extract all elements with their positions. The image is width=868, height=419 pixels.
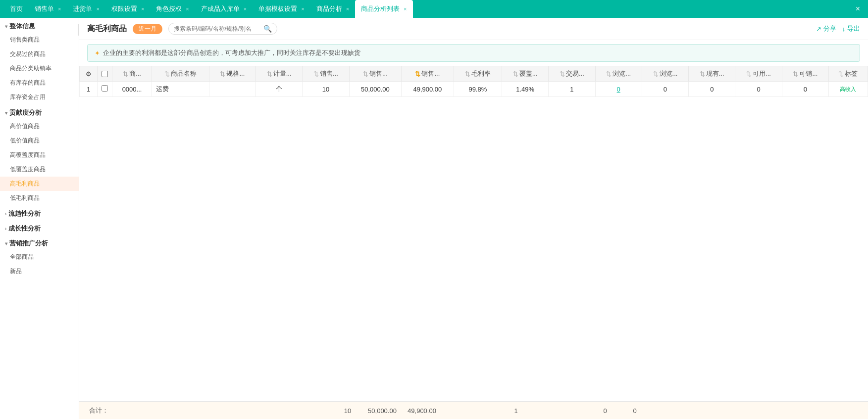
cell-coverage: 1.49% bbox=[502, 82, 549, 97]
col-header-name: ⇅ 商品名称 bbox=[152, 66, 209, 82]
search-icon[interactable]: 🔍 bbox=[263, 25, 272, 33]
nav-product-analysis[interactable]: 商品分析 × bbox=[310, 0, 355, 18]
col-header-coverage: ⇅ 覆盖... bbox=[502, 66, 549, 82]
nav-template-settings[interactable]: 单据模板设置 × bbox=[253, 0, 310, 18]
nav-purchase-order[interactable]: 进货单 × bbox=[67, 0, 105, 18]
table-row: 1 0000... 运费 个 10 50,000.00 49,900.00 99… bbox=[80, 82, 868, 97]
main-layout: « ▾ 整体信息 销售类商品 交易过的商品 商品分类助销率 有库存的商品 库存资… bbox=[0, 18, 868, 419]
col-header-available: ⇅ 可用... bbox=[735, 66, 782, 82]
nav-home[interactable]: 首页 bbox=[4, 0, 29, 18]
sidebar-group-trend[interactable]: › 流趋性分析 bbox=[0, 205, 79, 220]
col-sort-icon-current-stock[interactable]: ⇅ bbox=[700, 70, 705, 78]
cell-browse1[interactable]: 0 bbox=[595, 82, 642, 97]
sidebar-toggle[interactable]: « bbox=[78, 24, 79, 36]
sidebar-item-high-coverage[interactable]: 高覆盖度商品 bbox=[0, 148, 79, 162]
filter-recent-month-button[interactable]: 近一月 bbox=[133, 24, 162, 34]
cell-sales-amount: 50,000.00 bbox=[349, 82, 402, 97]
col-sort-icon-code[interactable]: ⇅ bbox=[123, 70, 128, 78]
sidebar-item-all-goods[interactable]: 全部商品 bbox=[0, 250, 79, 264]
table-container[interactable]: ⚙ ⇅ 商... bbox=[79, 66, 868, 401]
content-area: 高毛利商品 近一月 🔍 ↗ 分享 ↓ 导出 ✦ 企业的主要的利润都是这部分商品创… bbox=[79, 18, 868, 419]
footer-row: 合计： 10 50,000.00 49,900.00 1 0 0 bbox=[79, 401, 868, 419]
footer-label: 合计： bbox=[87, 406, 147, 415]
info-icon: ✦ bbox=[95, 49, 100, 57]
sidebar-item-high-value[interactable]: 高价值商品 bbox=[0, 119, 79, 134]
arrow-overall: ▾ bbox=[5, 24, 7, 29]
cell-trade: 1 bbox=[549, 82, 595, 97]
arrow-trend: › bbox=[5, 211, 6, 217]
nav-product-analysis-list[interactable]: 商品分析列表 × bbox=[355, 0, 412, 18]
sidebar-item-new-goods[interactable]: 新品 bbox=[0, 264, 79, 279]
share-button[interactable]: ↗ 分享 bbox=[816, 24, 836, 33]
close-sales-order[interactable]: × bbox=[58, 6, 61, 12]
cell-available: 0 bbox=[735, 82, 782, 97]
col-sort-icon-name[interactable]: ⇅ bbox=[164, 70, 170, 78]
cell-index: 1 bbox=[80, 82, 98, 97]
close-template-settings[interactable]: × bbox=[301, 6, 304, 12]
footer-empty9 bbox=[531, 407, 561, 415]
col-header-trade: ⇅ 交易... bbox=[549, 66, 595, 82]
col-sort-icon-available[interactable]: ⇅ bbox=[746, 70, 752, 78]
export-button[interactable]: ↓ 导出 bbox=[842, 24, 861, 33]
col-header-sellable: ⇅ 可销... bbox=[782, 66, 828, 82]
col-sort-icon-sales-qty[interactable]: ⇅ bbox=[313, 70, 319, 78]
footer-empty10 bbox=[561, 407, 590, 415]
nav-permission-settings[interactable]: 权限设置 × bbox=[105, 0, 150, 18]
export-icon: ↓ bbox=[842, 25, 846, 33]
close-product-analysis-list[interactable]: × bbox=[404, 6, 407, 12]
header-actions: ↗ 分享 ↓ 导出 bbox=[816, 24, 861, 33]
cell-check[interactable] bbox=[98, 82, 112, 97]
nav-sales-order[interactable]: 销售单 × bbox=[29, 0, 67, 18]
col-sort-icon-trade[interactable]: ⇅ bbox=[560, 70, 565, 78]
sidebar-item-category-sales-rate[interactable]: 商品分类助销率 bbox=[0, 61, 79, 76]
close-purchase-order[interactable]: × bbox=[96, 6, 99, 12]
nav-role-auth[interactable]: 角色授权 × bbox=[150, 0, 195, 18]
footer-empty8 bbox=[471, 407, 501, 415]
col-header-code: ⇅ 商... bbox=[112, 66, 152, 82]
col-header-check[interactable] bbox=[98, 66, 112, 82]
col-sort-icon-sales-amount[interactable]: ⇅ bbox=[363, 70, 368, 78]
search-input[interactable] bbox=[174, 25, 260, 32]
col-sort-icon-spec[interactable]: ⇅ bbox=[220, 70, 225, 78]
col-sort-icon-coverage[interactable]: ⇅ bbox=[513, 70, 518, 78]
col-sort-icon-browse2[interactable]: ⇅ bbox=[653, 70, 659, 78]
sidebar-item-traded-goods[interactable]: 交易过的商品 bbox=[0, 47, 79, 61]
select-all-checkbox[interactable] bbox=[102, 71, 108, 77]
sidebar-group-growth[interactable]: › 成长性分析 bbox=[0, 220, 79, 235]
sidebar-item-high-margin[interactable]: 高毛利商品 bbox=[0, 177, 79, 191]
col-header-sales-qty: ⇅ 销售... bbox=[303, 66, 349, 82]
cell-name: 运费 bbox=[152, 82, 209, 97]
share-icon: ↗ bbox=[816, 25, 821, 33]
col-header-current-stock: ⇅ 现有... bbox=[689, 66, 735, 82]
footer-sales-amount: 50,000.00 bbox=[362, 407, 402, 415]
row-checkbox[interactable] bbox=[102, 85, 108, 92]
close-product-inbound[interactable]: × bbox=[244, 6, 247, 12]
settings-icon[interactable]: ⚙ bbox=[86, 70, 92, 78]
sidebar-item-low-margin[interactable]: 低毛利商品 bbox=[0, 191, 79, 205]
cell-browse2: 0 bbox=[642, 82, 688, 97]
col-sort-icon-tag[interactable]: ⇅ bbox=[838, 70, 844, 78]
footer-empty3 bbox=[179, 407, 219, 415]
nav-product-inbound[interactable]: 产成品入库单 × bbox=[195, 0, 253, 18]
sidebar-group-overall[interactable]: ▾ 整体信息 bbox=[0, 18, 79, 33]
sidebar-group-marketing[interactable]: ▾ 营销推广分析 bbox=[0, 235, 79, 250]
cell-unit: 个 bbox=[256, 82, 303, 97]
col-sort-icon-sales-cost[interactable]: ⇅ bbox=[415, 70, 420, 78]
col-sort-icon-browse1[interactable]: ⇅ bbox=[606, 70, 612, 78]
sidebar-item-in-stock[interactable]: 有库存的商品 bbox=[0, 76, 79, 90]
col-sort-icon-sellable[interactable]: ⇅ bbox=[793, 70, 798, 78]
window-close-button[interactable]: × bbox=[852, 4, 864, 13]
col-sort-icon-unit[interactable]: ⇅ bbox=[267, 70, 272, 78]
footer-trade: 1 bbox=[501, 407, 531, 415]
col-sort-icon-gross-rate[interactable]: ⇅ bbox=[465, 70, 470, 78]
sidebar-item-stock-capital[interactable]: 库存资金占用 bbox=[0, 90, 79, 104]
sidebar-item-sales-goods[interactable]: 销售类商品 bbox=[0, 33, 79, 47]
sidebar-group-contribution[interactable]: ▾ 贡献度分析 bbox=[0, 104, 79, 119]
close-role-auth[interactable]: × bbox=[186, 6, 189, 12]
cell-sellable: 0 bbox=[782, 82, 828, 97]
sidebar-item-low-value[interactable]: 低价值商品 bbox=[0, 134, 79, 148]
close-permission-settings[interactable]: × bbox=[141, 6, 144, 12]
close-product-analysis[interactable]: × bbox=[346, 6, 349, 12]
footer-sales-qty: 10 bbox=[333, 407, 362, 415]
sidebar-item-low-coverage[interactable]: 低覆盖度商品 bbox=[0, 162, 79, 177]
